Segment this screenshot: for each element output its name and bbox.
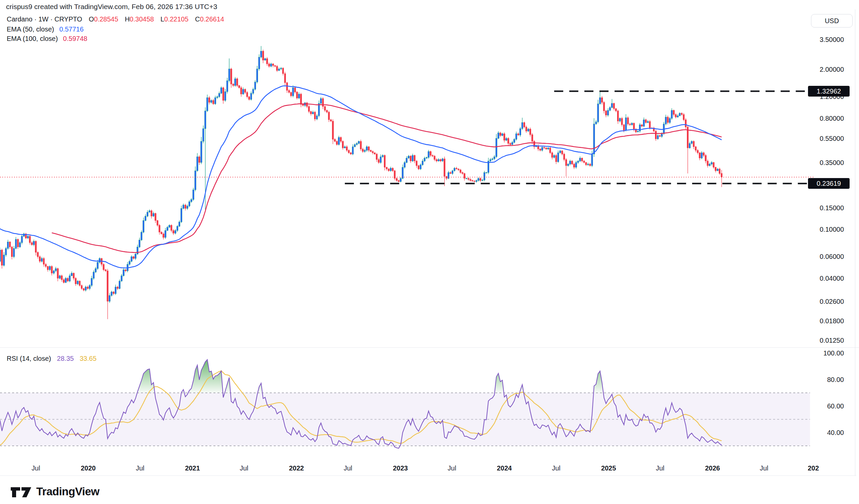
price-axis-label: 0.10000 (777, 225, 844, 233)
time-axis-label-jul: Jul (221, 464, 268, 472)
price-axis-label: 0.01800 (777, 317, 844, 325)
candlestick-series (0, 46, 722, 319)
pane-divider[interactable] (0, 347, 859, 348)
time-axis-label-202: 202 (790, 464, 837, 472)
ema50-label: EMA (50, close) (7, 26, 54, 33)
chart-canvas[interactable] (0, 0, 859, 504)
tradingview-logo-icon (10, 485, 32, 498)
time-axis-label-2023: 2023 (377, 464, 424, 472)
price-axis-label: 0.55000 (777, 135, 844, 142)
ohlc-close: C0.26614 (195, 15, 224, 23)
time-axis-label-jul: Jul (532, 464, 579, 472)
time-axis-label-2022: 2022 (273, 464, 320, 472)
price-axis-label: 0.15000 (777, 204, 844, 212)
time-axis-label-jul: Jul (428, 464, 476, 472)
currency-toggle-button[interactable]: USD (811, 14, 853, 28)
ema100-legend-row[interactable]: EMA (100, close) 0.59748 (7, 35, 87, 43)
price-axis-label: 2.00000 (777, 65, 844, 74)
time-axis-label-jul: Jul (12, 464, 59, 472)
price-axis-label: 0.01250 (777, 336, 844, 344)
ema100-value: 0.59748 (63, 35, 87, 42)
ohlc-low: L0.22105 (161, 15, 188, 23)
price-axis-label: 0.80000 (777, 114, 844, 122)
ohlc-high: H0.30458 (125, 15, 154, 23)
time-axis-label-2024: 2024 (481, 464, 528, 472)
attribution-text: crispus9 created with TradingView.com, F… (6, 3, 217, 11)
ema100-label: EMA (100, close) (7, 35, 58, 42)
time-axis-label-jul: Jul (325, 464, 372, 472)
tradingview-logo[interactable]: TradingView (10, 485, 99, 498)
ema50-value: 0.57716 (59, 26, 84, 33)
rsi-axis-label: 100.00 (777, 349, 844, 357)
time-axis-label-jul: Jul (741, 464, 787, 472)
timeaxis-divider (0, 475, 856, 476)
rsi-overbought-fill (188, 360, 223, 393)
price-axis-label: 0.04000 (777, 274, 844, 282)
tradingview-chart-window: crispus9 created with TradingView.com, F… (0, 0, 859, 504)
price-axis-label: 3.50000 (777, 35, 844, 44)
ema50-legend-row[interactable]: EMA (50, close) 0.57716 (7, 26, 84, 33)
rsi-axis-label: 80.00 (777, 376, 844, 383)
rsi-ma-value: 33.65 (79, 355, 96, 362)
rsi-label: RSI (14, close) (7, 355, 51, 362)
ema100-line (52, 104, 721, 252)
time-axis-label-2020: 2020 (65, 464, 112, 472)
symbol-legend-row[interactable]: Cardano · 1W · CRYPTO O0.28545 H0.30458 … (7, 15, 224, 23)
price-axis-label: 0.06000 (777, 252, 844, 261)
rsi-axis-label: 40.00 (777, 428, 844, 437)
rsi-value: 28.35 (57, 355, 74, 362)
ohlc-open: O0.28545 (89, 15, 118, 23)
tradingview-wordmark: TradingView (36, 485, 99, 498)
rsi-pane[interactable] (0, 360, 810, 455)
rsi-legend-row[interactable]: RSI (14, close) 28.35 33.65 (7, 355, 97, 362)
support-price-badge: 0.23619 (808, 178, 849, 189)
time-axis-label-2021: 2021 (169, 464, 216, 472)
time-axis-label-2025: 2025 (585, 464, 632, 472)
time-axis-label-jul: Jul (636, 464, 683, 472)
price-axis-label: 0.02600 (777, 297, 844, 305)
symbol-title[interactable]: Cardano · 1W · CRYPTO (7, 15, 82, 23)
time-axis-label-2026: 2026 (689, 464, 736, 472)
rsi-axis-label: 60.00 (777, 402, 844, 410)
price-pane[interactable] (0, 46, 722, 319)
right-edge-border (855, 10, 855, 475)
time-axis-label-jul: Jul (117, 464, 163, 472)
price-axis-label: 0.35000 (777, 159, 844, 167)
resistance-price-badge: 1.32962 (808, 86, 849, 97)
